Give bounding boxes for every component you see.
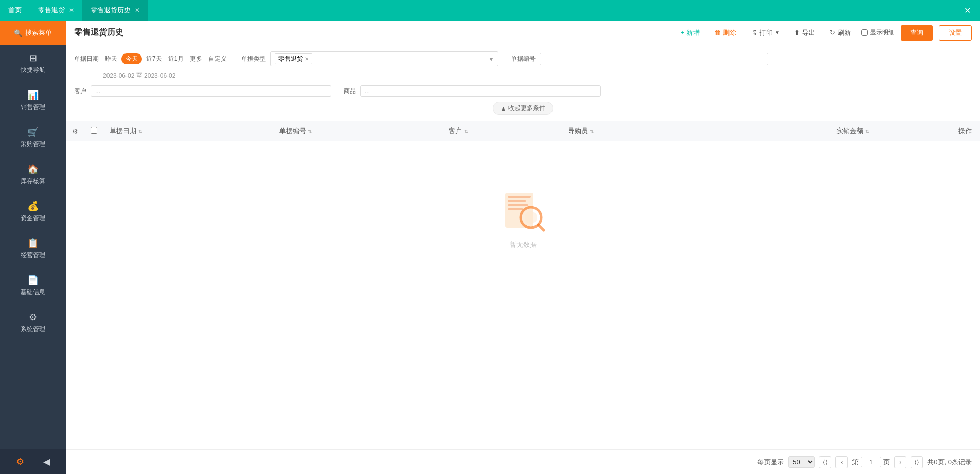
pagination-bar: 每页显示 10 20 50 100 ⟨⟨ ‹ 第 页 › ⟩⟩ 共0页, 0条记… — [66, 449, 980, 474]
tab-home[interactable]: 首页 — [0, 0, 30, 21]
delete-button[interactable]: 🗑 删除 — [710, 26, 740, 40]
doc-no-input[interactable] — [540, 53, 768, 65]
table-setting-icon[interactable]: ⚙ — [72, 127, 78, 135]
new-button-label: + 新增 — [681, 28, 700, 38]
shortcut-more[interactable]: 更多 — [188, 53, 204, 64]
tab-retail-return[interactable]: 零售退货 ✕ — [30, 0, 82, 21]
th-doc-date[interactable]: 单据日期 ⇅ — [103, 121, 273, 141]
filter-area: 单据日期 昨天 今天 近7天 近1月 更多 自定义 单据类型 — [66, 45, 980, 121]
main-layout: 🔍 搜索菜单 ⊞ 快捷导航 📊 销售管理 🛒 采购管理 🏠 库存核算 💰 — [0, 21, 980, 474]
doc-type-select[interactable]: 零售退货 ✕ ▼ — [270, 51, 498, 66]
date-range-display: 2023-06-02 至 2023-06-02 — [103, 71, 972, 80]
doc-type-filter-field: 单据类型 零售退货 ✕ ▼ — [241, 51, 498, 66]
th-doc-no-label: 单据编号 — [279, 127, 306, 135]
table-body: 暂无数据 — [66, 141, 980, 296]
sidebar-item-purchase-mgmt[interactable]: 🛒 采购管理 — [0, 119, 66, 156]
customer-filter-field: 客户 ... — [74, 85, 331, 97]
shortcut-today[interactable]: 今天 — [121, 53, 142, 64]
table-container[interactable]: ⚙ 单据日期 ⇅ 单据编号 ⇅ — [66, 121, 980, 449]
settings-footer-icon[interactable]: ⚙ — [16, 456, 24, 467]
th-doc-no[interactable]: 单据编号 ⇅ — [273, 121, 443, 141]
sidebar-item-finance[interactable]: 💰 资金管理 — [0, 193, 66, 230]
shortcut-1month[interactable]: 近1月 — [166, 53, 186, 64]
refresh-button[interactable]: ↻ 刷新 — [826, 26, 855, 40]
sidebar-nav: ⊞ 快捷导航 📊 销售管理 🛒 采购管理 🏠 库存核算 💰 资金管理 📋 — [0, 45, 66, 449]
sidebar-item-quick-nav[interactable]: ⊞ 快捷导航 — [0, 45, 66, 82]
shortcut-7days[interactable]: 近7天 — [144, 53, 164, 64]
th-guide[interactable]: 导购员 ⇅ — [562, 121, 706, 141]
pg-prev-button[interactable]: ‹ — [835, 456, 848, 468]
total-info: 共0页, 0条记录 — [927, 458, 972, 467]
shortcut-custom[interactable]: 自定义 — [206, 53, 229, 64]
pg-input[interactable] — [861, 457, 881, 467]
show-detail-checkbox[interactable] — [861, 29, 868, 36]
window-close-button[interactable]: ✕ — [954, 0, 980, 21]
sidebar-item-system-mgmt-label: 系统管理 — [21, 325, 45, 334]
th-doc-date-label: 单据日期 — [110, 127, 136, 135]
goods-select[interactable]: ... — [360, 85, 601, 97]
inventory-icon: 🏠 — [27, 163, 39, 175]
pg-label: 第 — [852, 458, 859, 467]
doc-type-filter-label: 单据类型 — [241, 54, 266, 63]
customer-select[interactable]: ... — [91, 85, 331, 97]
th-actual-amount-sort-icon: ⇅ — [865, 129, 869, 134]
tab-retail-return-history[interactable]: 零售退货历史 ✕ — [82, 0, 148, 21]
th-check[interactable] — [84, 121, 103, 141]
th-customer-label: 客户 — [449, 127, 462, 135]
doc-type-tag-close[interactable]: ✕ — [305, 56, 309, 62]
table-header: ⚙ 单据日期 ⇅ 单据编号 ⇅ — [66, 121, 980, 141]
th-customer-sort-icon: ⇅ — [464, 129, 468, 134]
th-guide-label: 导购员 — [568, 127, 588, 135]
tab-retail-return-history-close[interactable]: ✕ — [135, 7, 140, 14]
show-detail-text: 显示明细 — [870, 28, 895, 37]
sidebar-item-basic-info[interactable]: 📄 基础信息 — [0, 267, 66, 304]
collapse-button[interactable]: ▲ 收起更多条件 — [493, 102, 554, 115]
show-detail-checkbox-label[interactable]: 显示明细 — [861, 28, 895, 37]
th-customer[interactable]: 客户 ⇅ — [442, 121, 562, 141]
sidebar-item-sales-label: 销售管理 — [21, 103, 45, 112]
tab-home-label: 首页 — [8, 6, 22, 15]
volume-footer-icon[interactable]: ◀ — [43, 456, 50, 467]
print-button[interactable]: 🖨 打印 ▼ — [746, 26, 784, 40]
table-check-all[interactable] — [91, 127, 97, 134]
doc-no-filter-field: 单据编号 — [511, 53, 768, 65]
new-button[interactable]: + 新增 — [676, 26, 704, 40]
sidebar-search[interactable]: 🔍 搜索菜单 — [0, 21, 66, 45]
collapse-row: ▲ 收起更多条件 — [74, 102, 972, 115]
pg-next-button[interactable]: › — [894, 456, 906, 468]
filter-row-1: 单据日期 昨天 今天 近7天 近1月 更多 自定义 单据类型 — [74, 51, 972, 66]
empty-state-cell: 暂无数据 — [66, 141, 980, 296]
pg-first-button[interactable]: ⟨⟨ — [819, 456, 831, 468]
svg-point-7 — [525, 211, 537, 224]
print-icon: 🖨 — [751, 29, 757, 37]
print-dropdown-icon: ▼ — [775, 30, 780, 35]
pg-last-button[interactable]: ⟩⟩ — [911, 456, 923, 468]
doc-no-filter-label: 单据编号 — [511, 54, 536, 63]
sidebar-item-inventory[interactable]: 🏠 库存核算 — [0, 156, 66, 193]
th-actual-amount[interactable]: 实销金额 ⇅ — [706, 121, 876, 141]
operations-icon: 📋 — [27, 238, 39, 249]
data-table: ⚙ 单据日期 ⇅ 单据编号 ⇅ — [66, 121, 980, 296]
svg-line-6 — [538, 225, 544, 230]
doc-type-dropdown-icon: ▼ — [488, 56, 494, 62]
export-icon: ⬆ — [794, 29, 800, 37]
sidebar-item-sales-mgmt[interactable]: 📊 销售管理 — [0, 82, 66, 119]
goods-dots: ... — [365, 87, 370, 95]
query-button[interactable]: 查询 — [901, 25, 933, 41]
pg-current: 第 页 — [852, 457, 890, 467]
tab-retail-return-label: 零售退货 — [38, 6, 65, 15]
setting-button[interactable]: 设置 — [939, 25, 972, 41]
sidebar-footer: ⚙ ◀ — [0, 449, 66, 474]
export-button[interactable]: ⬆ 导出 — [790, 26, 819, 40]
per-page-select[interactable]: 10 20 50 100 — [788, 456, 815, 468]
sidebar-search-label: 搜索菜单 — [25, 28, 52, 38]
sidebar-item-operations[interactable]: 📋 经营管理 — [0, 230, 66, 267]
tab-retail-return-close[interactable]: ✕ — [69, 7, 74, 14]
sidebar-item-system-mgmt[interactable]: ⚙ 系统管理 — [0, 304, 66, 341]
pg-unit: 页 — [883, 458, 890, 467]
collapse-label: 收起更多条件 — [508, 104, 545, 113]
th-setting[interactable]: ⚙ — [66, 121, 84, 141]
basic-info-icon: 📄 — [27, 275, 39, 286]
refresh-button-label: 刷新 — [838, 28, 851, 38]
shortcut-yesterday[interactable]: 昨天 — [103, 53, 119, 64]
